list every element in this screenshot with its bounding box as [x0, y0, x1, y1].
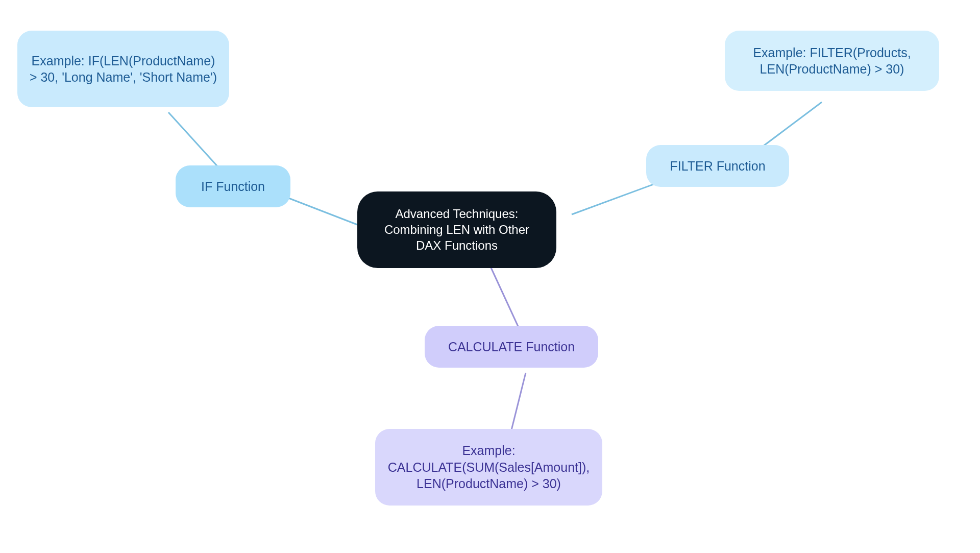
diagram-canvas: Advanced Techniques: Combining LEN with … [0, 0, 980, 553]
node-calculate-example-label: Example: CALCULATE(SUM(Sales[Amount]), L… [386, 442, 591, 492]
node-if-label: IF Function [201, 178, 265, 195]
node-if-example-label: Example: IF(LEN(ProductName) > 30, 'Long… [29, 53, 218, 86]
node-filter-example[interactable]: Example: FILTER(Products, LEN(ProductNam… [725, 31, 939, 91]
edge-center-if [281, 195, 357, 225]
node-filter[interactable]: FILTER Function [646, 145, 789, 187]
node-center-label: Advanced Techniques: Combining LEN with … [372, 206, 542, 254]
node-center[interactable]: Advanced Techniques: Combining LEN with … [357, 191, 556, 268]
node-calculate-label: CALCULATE Function [448, 339, 575, 355]
node-if[interactable]: IF Function [176, 165, 290, 207]
node-filter-example-label: Example: FILTER(Products, LEN(ProductNam… [736, 44, 928, 78]
edge-calculate-example [510, 373, 526, 434]
edge-filter-example [761, 102, 822, 148]
node-if-example[interactable]: Example: IF(LEN(ProductName) > 30, 'Long… [17, 31, 229, 107]
node-calculate-example[interactable]: Example: CALCULATE(SUM(Sales[Amount]), L… [375, 429, 602, 506]
edge-center-calculate [490, 266, 521, 332]
node-filter-label: FILTER Function [670, 158, 765, 175]
node-calculate[interactable]: CALCULATE Function [425, 326, 598, 368]
edge-if-example [168, 112, 219, 169]
